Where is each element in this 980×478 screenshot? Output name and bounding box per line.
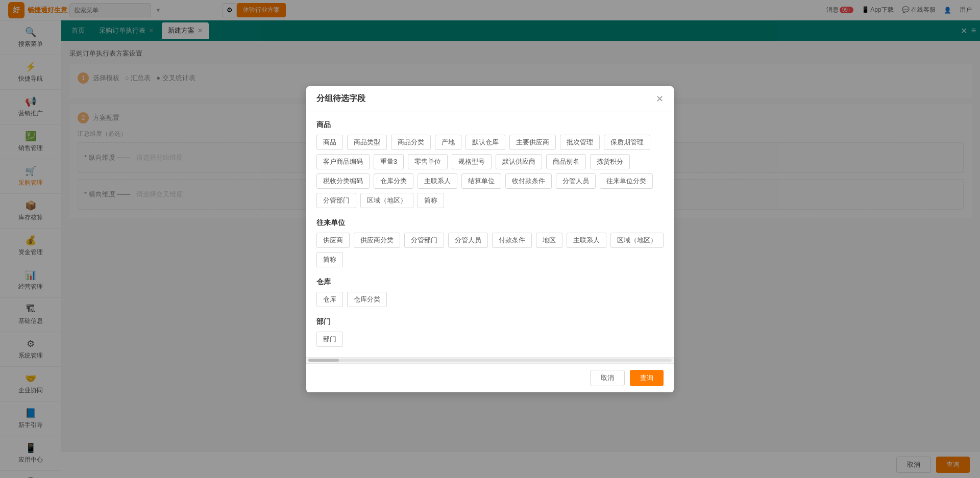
field-tag-warehouse-cat[interactable]: 仓库分类 xyxy=(347,292,387,307)
field-tag-region[interactable]: 区域（地区） xyxy=(360,193,413,208)
modal-footer: 取消 查询 xyxy=(306,363,674,392)
modal-title: 分组待选字段 xyxy=(316,93,365,104)
field-tag-supervisor[interactable]: 分管人员 xyxy=(556,173,596,189)
section-warehouse: 仓库 仓库 仓库分类 xyxy=(316,278,664,307)
modal-overlay: 分组待选字段 ✕ 商品 商品 商品类型 商品分类 产地 默认仓库 主要供应商 批… xyxy=(0,0,980,478)
section-goods-tags: 商品 商品类型 商品分类 产地 默认仓库 主要供应商 批次管理 保质期管理 客户… xyxy=(316,135,664,208)
section-partner: 往来单位 供应商 供应商分类 分管部门 分管人员 付款条件 地区 主联系人 区域… xyxy=(316,218,664,267)
field-tag-department[interactable]: 部门 xyxy=(316,332,343,347)
section-department-tags: 部门 xyxy=(316,332,664,347)
field-tag-retail-unit[interactable]: 零售单位 xyxy=(408,154,448,169)
field-tag-default-warehouse[interactable]: 默认仓库 xyxy=(465,135,505,150)
modal-confirm-button[interactable]: 查询 xyxy=(630,370,664,386)
modal-body[interactable]: 商品 商品 商品类型 商品分类 产地 默认仓库 主要供应商 批次管理 保质期管理… xyxy=(306,112,674,357)
field-tag-main-supplier[interactable]: 主要供应商 xyxy=(509,135,556,150)
field-tag-goods-category[interactable]: 商品分类 xyxy=(391,135,431,150)
field-tag-supplier[interactable]: 供应商 xyxy=(316,233,350,248)
field-tag-payment-terms[interactable]: 收付款条件 xyxy=(505,173,552,189)
section-partner-title: 往来单位 xyxy=(316,218,664,228)
field-tag-main-contact[interactable]: 主联系人 xyxy=(418,173,457,189)
section-department: 部门 部门 xyxy=(316,317,664,347)
section-department-title: 部门 xyxy=(316,317,664,326)
field-tag-partner-contact[interactable]: 主联系人 xyxy=(567,233,606,248)
field-tag-settlement-unit[interactable]: 结算单位 xyxy=(461,173,501,189)
field-tag-pick-points[interactable]: 拣货积分 xyxy=(590,154,630,169)
field-tag-partner-area[interactable]: 区域（地区） xyxy=(610,233,664,248)
field-tag-batch-mgmt[interactable]: 批次管理 xyxy=(560,135,600,150)
section-goods: 商品 商品 商品类型 商品分类 产地 默认仓库 主要供应商 批次管理 保质期管理… xyxy=(316,120,664,208)
section-partner-tags: 供应商 供应商分类 分管部门 分管人员 付款条件 地区 主联系人 区域（地区） … xyxy=(316,233,664,267)
field-tag-partner-payment[interactable]: 付款条件 xyxy=(492,233,532,248)
modal-hscroll-thumb[interactable] xyxy=(308,359,339,362)
field-tag-default-supplier[interactable]: 默认供应商 xyxy=(496,154,542,169)
field-tag-short-name[interactable]: 简称 xyxy=(418,193,444,208)
section-goods-title: 商品 xyxy=(316,120,664,130)
field-tag-partner-shortname[interactable]: 简称 xyxy=(316,252,343,267)
field-tag-partner-category[interactable]: 往来单位分类 xyxy=(600,173,653,189)
modal-hscroll-bar xyxy=(308,359,672,362)
field-tag-dept[interactable]: 分管部门 xyxy=(316,193,356,208)
field-tag-weight3[interactable]: 重量3 xyxy=(374,154,404,169)
modal-cancel-button[interactable]: 取消 xyxy=(590,370,625,386)
field-tag-goods-alias[interactable]: 商品别名 xyxy=(546,154,586,169)
modal-close-button[interactable]: ✕ xyxy=(656,93,664,105)
field-tag-warehouse-category[interactable]: 仓库分类 xyxy=(374,173,413,189)
field-tag-partner-supervisor[interactable]: 分管人员 xyxy=(448,233,488,248)
field-tag-tax-code[interactable]: 税收分类编码 xyxy=(316,173,370,189)
field-tag-supplier-category[interactable]: 供应商分类 xyxy=(354,233,400,248)
section-warehouse-tags: 仓库 仓库分类 xyxy=(316,292,664,307)
field-tag-customer-goods-code[interactable]: 客户商品编码 xyxy=(316,154,370,169)
field-tag-goods-type[interactable]: 商品类型 xyxy=(347,135,387,150)
field-tag-spec-model[interactable]: 规格型号 xyxy=(452,154,492,169)
field-tag-expiry-mgmt[interactable]: 保质期管理 xyxy=(604,135,650,150)
modal-hscroll[interactable] xyxy=(306,357,674,363)
section-warehouse-title: 仓库 xyxy=(316,278,664,287)
field-tag-warehouse[interactable]: 仓库 xyxy=(316,292,343,307)
modal-header: 分组待选字段 ✕ xyxy=(306,86,674,112)
field-tag-origin[interactable]: 产地 xyxy=(435,135,461,150)
field-tag-partner-region[interactable]: 地区 xyxy=(536,233,562,248)
field-tag-goods[interactable]: 商品 xyxy=(316,135,343,150)
field-select-modal: 分组待选字段 ✕ 商品 商品 商品类型 商品分类 产地 默认仓库 主要供应商 批… xyxy=(306,86,674,392)
field-tag-partner-dept[interactable]: 分管部门 xyxy=(404,233,444,248)
